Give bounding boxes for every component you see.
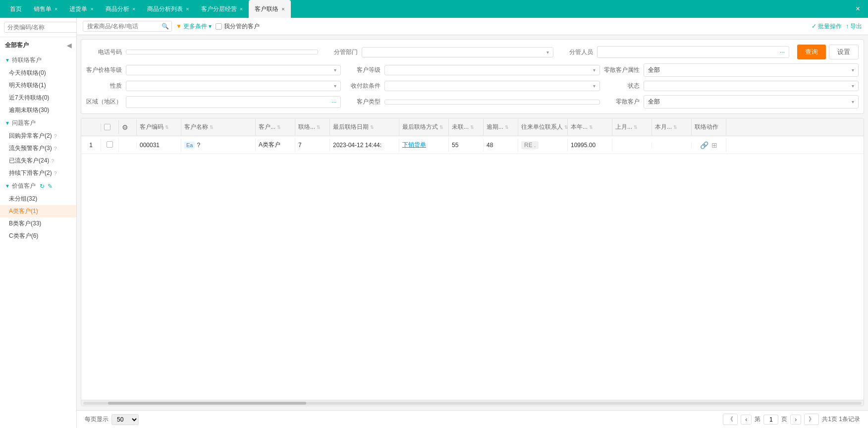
my-customers-checkbox-area: 我分管的客户 xyxy=(216,22,260,31)
nav-tab-goods-list[interactable]: 商品分析列表 × xyxy=(141,0,195,18)
th-name[interactable]: 客户名称 ⇅ xyxy=(181,119,256,135)
my-customers-checkbox[interactable] xyxy=(216,23,222,30)
td-lastway[interactable]: 下销货单 xyxy=(399,138,449,152)
payment-dropdown[interactable]: ▾ xyxy=(384,81,599,91)
th-lastdate[interactable]: 最后联络日期 ⇅ xyxy=(330,119,399,135)
customer-level-dropdown[interactable]: ▾ xyxy=(384,65,599,75)
nav-tab-customer-contact[interactable]: 客户联络 × xyxy=(249,0,290,18)
sidebar-section-pending[interactable]: ▼ 待联络客户 xyxy=(0,54,76,67)
th-level[interactable]: 客户... ⇅ xyxy=(256,119,295,135)
sort-code-icon: ⇅ xyxy=(165,125,169,130)
page-number-input[interactable] xyxy=(763,415,778,425)
help-icon-2: ? xyxy=(54,146,57,152)
nav-tab-home[interactable]: 首页 xyxy=(4,0,28,18)
sidebar-item-overdue[interactable]: 逾期未联络(30) xyxy=(0,104,76,116)
td-level: A类客户 xyxy=(256,138,295,152)
close-purchase-tab[interactable]: × xyxy=(90,6,93,12)
more-conditions-button[interactable]: ▼ 更多条件 ▾ xyxy=(176,22,212,31)
horizontal-scrollbar[interactable] xyxy=(81,400,864,406)
sidebar-section-value[interactable]: ▼ 价值客户 ↻ ✎ xyxy=(0,179,76,193)
sidebar-item-abnormal[interactable]: 回购异常客户(2) ? xyxy=(0,130,76,142)
sidebar-collapse-icon[interactable]: ◀ xyxy=(67,42,71,49)
close-goods-list-tab[interactable]: × xyxy=(186,6,189,12)
sidebar-search-area: 🔍 xyxy=(0,18,76,37)
th-lastmonth[interactable]: 上月... ⇅ xyxy=(612,119,652,135)
nav-tab-purchase[interactable]: 进货单 × xyxy=(63,0,99,18)
nav-tab-sales[interactable]: 销售单 × xyxy=(28,0,63,18)
filter-row-2: 客户价格等级 ▾ 客户等级 ▾ 零散客户属性 全部 xyxy=(86,63,859,77)
region-dots[interactable]: ··· xyxy=(331,99,336,106)
query-button[interactable]: 查询 xyxy=(797,45,826,59)
dept-dropdown[interactable]: ▾ xyxy=(362,47,554,57)
nature-dropdown[interactable]: ▾ xyxy=(126,81,341,91)
sidebar-item-c-class[interactable]: C类客户(6) xyxy=(0,230,76,242)
filter-customer-type: 客户类型 xyxy=(345,98,599,106)
sidebar-item-a-class[interactable]: A类客户(1) xyxy=(0,205,76,217)
sidebar-all-customers[interactable]: 全部客户 ◀ xyxy=(0,37,76,54)
close-customer-contact-tab[interactable]: × xyxy=(281,6,284,12)
help-icon-3: ? xyxy=(51,158,54,164)
page-size-select[interactable]: 50 100 200 xyxy=(111,414,139,425)
toolbar-search-input[interactable] xyxy=(87,23,162,30)
th-unit[interactable]: 往来单位联系人 ⇅ xyxy=(518,119,568,135)
scatter-attr-dropdown[interactable]: 全部 ▾ xyxy=(644,63,859,77)
toolbar-search-icon[interactable]: 🔍 xyxy=(162,23,169,30)
dept-dropdown-arrow: ▾ xyxy=(546,50,549,55)
sidebar-search-input[interactable] xyxy=(4,22,77,33)
sidebar-item-warning[interactable]: 流失预警客户(3) ? xyxy=(0,142,76,155)
nav-tab-goods-analysis[interactable]: 商品分析 × xyxy=(100,0,141,18)
customer-type-input[interactable] xyxy=(384,100,599,105)
sidebar-item-ungroup[interactable]: 未分组(32) xyxy=(0,193,76,205)
action-link-icon[interactable]: 🔗 xyxy=(700,141,708,149)
th-overdue[interactable]: 逾期... ⇅ xyxy=(484,119,518,135)
th-lastway[interactable]: 最后联络方式 ⇅ xyxy=(399,119,449,135)
export-button[interactable]: ↑ 导出 xyxy=(846,22,862,31)
sidebar-item-declining[interactable]: 持续下滑客户(2) ? xyxy=(0,167,76,179)
row-checkbox[interactable] xyxy=(107,141,113,148)
settings-button[interactable]: 设置 xyxy=(829,45,859,59)
prev-page-button[interactable]: ‹ xyxy=(741,415,752,425)
sort-lastmonth-icon: ⇅ xyxy=(634,125,638,130)
nav-tab-customer-segment[interactable]: 客户分层经营 × xyxy=(195,0,249,18)
phone-input[interactable] xyxy=(126,50,318,54)
scroll-track xyxy=(83,402,862,405)
first-page-button[interactable]: 《 xyxy=(723,414,738,425)
scatter-dropdown[interactable]: 全部 ▾ xyxy=(644,95,859,108)
sidebar-item-tomorrow[interactable]: 明天待联络(1) xyxy=(0,79,76,92)
manager-input[interactable]: ··· xyxy=(597,46,789,58)
sidebar-item-lost[interactable]: 已流失客户(24) ? xyxy=(0,155,76,167)
th-contact[interactable]: 联络... ⇅ xyxy=(295,119,330,135)
table-settings-icon[interactable]: ⚙ xyxy=(122,123,128,131)
sidebar-item-7days[interactable]: 近7天待联络(0) xyxy=(0,92,76,104)
close-customer-segment-tab[interactable]: × xyxy=(240,6,243,12)
manager-dots[interactable]: ··· xyxy=(780,49,785,55)
refresh-icon[interactable]: ↻ xyxy=(40,183,45,190)
sidebar-item-today[interactable]: 今天待联络(0) xyxy=(0,67,76,79)
filter-region: 区域（地区） ··· xyxy=(86,96,341,108)
close-all-button[interactable]: × xyxy=(852,4,864,13)
th-thisyear[interactable]: 本年... ⇅ xyxy=(568,119,612,135)
last-page-button[interactable]: 》 xyxy=(804,414,819,425)
region-input[interactable]: ··· xyxy=(126,96,341,108)
close-goods-analysis-tab[interactable]: × xyxy=(132,6,135,12)
th-unlinkdays[interactable]: 未联... ⇅ xyxy=(449,119,484,135)
batch-operation-button[interactable]: ✓ 批量操作 xyxy=(812,22,842,31)
header-checkbox[interactable] xyxy=(104,124,110,130)
close-sales-tab[interactable]: × xyxy=(54,6,57,12)
table-header: ⚙ 客户编码 ⇅ 客户名称 ⇅ 客户... ⇅ 联络... ⇅ xyxy=(81,118,864,136)
filter-dept: 分管部门 ▾ xyxy=(322,47,554,57)
filter-row-4: 区域（地区） ··· 客户类型 零散客户 全部 ▾ xyxy=(86,95,859,108)
action-qr-icon[interactable]: ⊞ xyxy=(711,141,717,149)
sidebar-item-b-class[interactable]: B类客户(33) xyxy=(0,217,76,230)
th-code[interactable]: 客户编码 ⇅ xyxy=(137,119,181,135)
next-page-button[interactable]: › xyxy=(790,415,801,425)
th-thismonth[interactable]: 本月... ⇅ xyxy=(652,119,692,135)
price-level-dropdown[interactable]: ▾ xyxy=(126,65,341,75)
td-lastdate: 2023-04-12 14:44: xyxy=(330,139,399,152)
edit-value-icon[interactable]: ✎ xyxy=(48,183,53,190)
scroll-thumb[interactable] xyxy=(108,402,306,405)
status-dropdown[interactable]: ▾ xyxy=(644,81,859,91)
price-level-arrow: ▾ xyxy=(334,67,336,73)
sidebar-section-problem[interactable]: ▼ 问题客户 xyxy=(0,116,76,130)
sort-contact-icon: ⇅ xyxy=(317,125,321,130)
